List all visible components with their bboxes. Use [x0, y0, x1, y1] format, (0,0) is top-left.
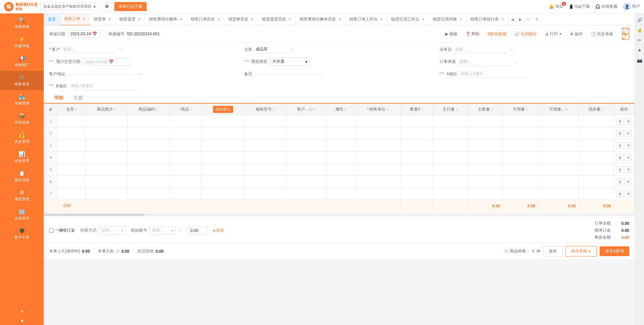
history-button[interactable]: 🕐 历史单据	[589, 31, 615, 38]
tab-close-icon[interactable]: ✕	[380, 17, 383, 21]
customer-more-icon[interactable]: ···	[118, 47, 122, 52]
sidebar-item-basic[interactable]: 📋 基础信息	[0, 167, 44, 186]
order-source-input[interactable]: 选择...	[458, 58, 512, 66]
payment-method-select[interactable]: 选择... ▾	[99, 226, 125, 235]
print-button[interactable]: 🖨 打印 ▼	[543, 31, 564, 38]
right-panel-photo-icon[interactable]: 📷	[636, 56, 643, 64]
sidebar-item-purchase[interactable]: 🏪 采购管理	[0, 90, 44, 109]
copy-row-button[interactable]: ⊕	[625, 178, 632, 185]
sidebar-settings-button[interactable]: ⚙	[0, 307, 44, 316]
salesperson-input[interactable]: 选择...	[454, 45, 507, 53]
tab-sales-workbench[interactable]: 销售订单工作台 ✕	[345, 13, 387, 26]
delivery-date-input[interactable]: yyyy-mm-dd 📅	[82, 58, 129, 66]
tab-sales-stats[interactable]: 销售订单统计表 ✕	[466, 13, 508, 26]
remark-input[interactable]	[254, 73, 321, 75]
copy-row-button[interactable]: ⊕	[625, 166, 632, 173]
tab-close-icon[interactable]: ✕	[501, 17, 504, 21]
tab-close-icon[interactable]: ✕	[289, 17, 291, 21]
tab-daily-reconcile[interactable]: 钱货日清对账 ✕	[429, 13, 466, 26]
tab-close-icon[interactable]: ✕	[217, 17, 220, 21]
delete-row-button[interactable]: 🗑	[617, 130, 623, 137]
tab-close-all-button[interactable]: ✕	[532, 13, 540, 26]
sidebar-item-marketing[interactable]: 📢 营销推广	[0, 52, 44, 71]
sidebar-item-ops[interactable]: 📊 经营管理	[0, 148, 44, 167]
tab-close-icon[interactable]: ✕	[108, 17, 111, 21]
right-panel-edit-icon[interactable]: ✏	[636, 36, 643, 44]
delete-row-button[interactable]: 🗑	[617, 142, 623, 149]
industry-button[interactable]: 体验行业方案	[114, 2, 147, 11]
delete-row-button[interactable]: 🗑	[617, 191, 623, 197]
tab-sales-invoice[interactable]: 销货单 ✕	[90, 13, 115, 26]
order-source-more-icon[interactable]: ···	[514, 59, 518, 64]
right-panel-fingerprint-icon[interactable]: ☝	[636, 26, 643, 34]
right-panel-star-icon[interactable]: ★	[636, 46, 643, 54]
tab-close-icon[interactable]: ✕	[422, 17, 424, 21]
sidebar-collapse-button[interactable]: ◀	[0, 316, 44, 325]
copy-row-button[interactable]: ⊕	[625, 191, 632, 197]
one-click-checkbox[interactable]	[49, 228, 53, 233]
shortcut-button[interactable]: ⌨ 快捷键	[486, 31, 508, 38]
salesperson-more-icon[interactable]: ···	[510, 47, 514, 52]
address-more-icon[interactable]: ···	[137, 72, 141, 76]
sidebar-item-search[interactable]: 🔍 搜索菜单	[0, 13, 44, 33]
tab-expense-history[interactable]: 销售费用分摊单历史 ✕	[296, 13, 345, 26]
tab-home[interactable]: 首页	[44, 13, 60, 26]
tab-prev-button[interactable]: ◀	[508, 13, 516, 26]
tab-next-button[interactable]: ▶	[516, 13, 524, 26]
customer-input[interactable]: 选择...	[62, 45, 116, 53]
invoice-type-select[interactable]: 不开票 ▾	[269, 57, 310, 66]
settings-button[interactable]: ⚙	[102, 2, 112, 11]
tab-sales-return[interactable]: 销货退货 ✕	[115, 13, 145, 26]
sidebar-item-system[interactable]: ⚙ 系统管理	[0, 186, 44, 205]
online-service-button[interactable]: 🎧 在线客服	[595, 4, 617, 9]
sidebar-item-sales[interactable]: 🛒 销售管理	[0, 71, 44, 90]
copy-row-button[interactable]: ⊕	[625, 118, 632, 125]
profit-button[interactable]: 📈 毛利预告	[513, 31, 539, 38]
user-avatar[interactable]: 👤 用户	[623, 3, 640, 11]
tab-invoice-history[interactable]: 销货单历史 ✕	[224, 13, 258, 26]
sidebar-item-inventory[interactable]: 📦 库存核算	[0, 109, 44, 128]
sidebar-item-quick-nav[interactable]: ⚡ 快捷导航	[0, 33, 44, 52]
view-button[interactable]: ▶ 视频	[443, 31, 459, 38]
tab-close-icon[interactable]: ✕	[83, 17, 85, 21]
horizontal-scrollbar[interactable]	[44, 213, 635, 216]
add-material-button[interactable]: +物料	[622, 34, 629, 40]
help-button[interactable]: ❓ 帮助	[463, 31, 482, 38]
tab-sales-order-history[interactable]: 销售订单历史 ✕	[187, 13, 224, 26]
sidebar-item-finance[interactable]: 💰 资金管理	[0, 128, 44, 148]
date-input[interactable]: 2023-03-24 📅	[67, 30, 100, 38]
save-draft-button[interactable]: 保存草稿 ▼	[565, 246, 597, 256]
delete-row-button[interactable]: 🗑	[617, 118, 623, 125]
sidebar-item-company[interactable]: 🏢 企业协同	[0, 205, 44, 224]
account-select[interactable]: 选择... ▾	[149, 226, 176, 235]
project-b-input[interactable]: 请输入B项目	[69, 82, 136, 90]
tab-sales-order[interactable]: 销售订单 ✕	[60, 13, 90, 26]
delete-row-button[interactable]: 🗑	[617, 178, 623, 185]
add-payment-button[interactable]: ● 添加	[213, 228, 224, 233]
notification-button[interactable]: 🔔 9 淘豆	[549, 4, 563, 9]
tab-close-icon[interactable]: ✕	[459, 17, 462, 21]
right-panel-link-icon[interactable]: 🔗	[636, 16, 643, 24]
app-download-button[interactable]: 📱 App下载	[569, 4, 590, 9]
tab-close-icon[interactable]: ✕	[338, 17, 341, 21]
tab-return-history[interactable]: 销货退货历史 ✕	[258, 13, 296, 26]
copy-row-button[interactable]: ⊕	[625, 142, 632, 149]
warehouse-value[interactable]: 成品库	[254, 45, 288, 53]
tab-daily-workbench[interactable]: 钱货日清工作台 ✕	[387, 13, 429, 26]
copy-row-button[interactable]: ⊕	[625, 154, 632, 161]
one-click-payment-checkbox[interactable]: 一键收订金	[49, 228, 75, 233]
barcode-button[interactable]: 扫码录入	[213, 106, 233, 113]
account-more-icon[interactable]: ···	[179, 228, 182, 233]
operation-button[interactable]: ⚙ 操作	[568, 31, 585, 38]
customer-address-input[interactable]	[67, 73, 135, 75]
delete-row-button[interactable]: 🗑	[617, 166, 623, 173]
warehouse-more-icon[interactable]: ···	[291, 47, 294, 52]
project-a-input[interactable]: 请输入A项目	[459, 70, 526, 78]
system-select[interactable]: 装备及固定资产辅助管理系统 ▼	[40, 3, 100, 10]
tab-summary[interactable]: 汇总	[69, 93, 88, 103]
save-new-button[interactable]: 保存&新增	[600, 246, 629, 256]
tab-detail[interactable]: 明细	[49, 93, 69, 104]
delete-row-button[interactable]: 🗑	[617, 154, 623, 161]
tab-close-icon[interactable]: ✕	[138, 17, 141, 21]
discard-button[interactable]: 放弃	[543, 246, 563, 256]
